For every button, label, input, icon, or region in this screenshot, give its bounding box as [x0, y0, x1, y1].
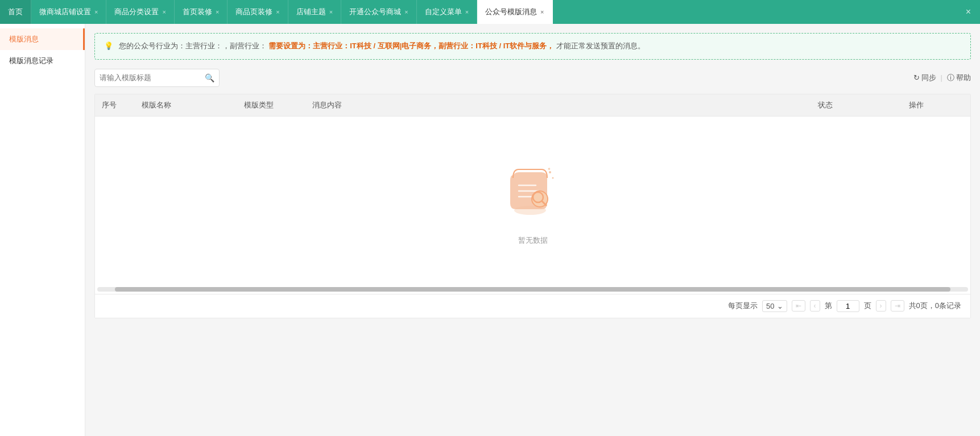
svg-point-8	[552, 177, 553, 178]
nav-tab-template-msg-close[interactable]: ×	[540, 9, 544, 15]
nav-tab-template-msg-label: 公众号模版消息	[485, 7, 537, 17]
table-header-col-3: 消息内容	[305, 94, 811, 116]
data-table: 序号 模版名称 模版类型 消息内容 状态 操作	[94, 94, 971, 318]
help-circle-icon: ⓘ	[947, 73, 954, 83]
content-area: 💡 您的公众号行业为：主营行业：，副营行业： 需要设置为：主营行业：IT科技 /…	[85, 24, 980, 436]
table-body: ✦ 暂无数据	[95, 117, 970, 287]
nav-tab-shop-settings[interactable]: 微商城店铺设置 ×	[31, 0, 106, 24]
nav-tab-custom-menu[interactable]: 自定义菜单 ×	[417, 0, 477, 24]
notice-highlight: 需要设置为：主营行业：IT科技 / 互联网|电子商务，副营行业：IT科技 / I…	[268, 41, 554, 50]
close-all-button[interactable]: ×	[957, 7, 980, 17]
table-header-col-0: 序号	[95, 94, 135, 116]
nav-tab-category-close[interactable]: ×	[162, 9, 166, 15]
search-input-wrap: 🔍	[94, 69, 220, 87]
sidebar: 模版消息 模版消息记录	[0, 24, 85, 436]
nav-tab-product-decor-close[interactable]: ×	[276, 9, 279, 15]
table-horizontal-scrollbar[interactable]	[97, 287, 968, 292]
table-header-col-2: 模版类型	[237, 94, 305, 116]
toolbar-divider: |	[941, 73, 942, 82]
first-page-button[interactable]: ⇤	[792, 300, 805, 312]
current-page-input[interactable]	[837, 300, 859, 312]
next-page-button[interactable]: ›	[876, 300, 886, 312]
sync-label: 同步	[921, 73, 936, 83]
nav-tab-template-msg[interactable]: 公众号模版消息 ×	[477, 0, 552, 24]
sidebar-item-template-msg-label: 模版消息	[9, 35, 39, 43]
sync-button[interactable]: ↻ 同步	[913, 73, 936, 83]
sync-icon: ↻	[913, 73, 920, 82]
nav-tab-home-label: 首页	[8, 7, 23, 17]
empty-state-text: 暂无数据	[518, 235, 548, 246]
nav-tab-product-decor-label: 商品页装修	[235, 7, 272, 17]
nav-tab-theme[interactable]: 店铺主题 ×	[288, 0, 341, 24]
nav-tab-home-decor-label: 首页装修	[183, 7, 212, 17]
table-header-col-5: 操作	[902, 94, 970, 116]
per-page-dropdown-icon: ⌄	[777, 302, 783, 310]
help-button[interactable]: ⓘ 帮助	[947, 73, 971, 83]
empty-state-illustration: ✦	[499, 158, 567, 226]
sidebar-item-template-msg-records-label: 模版消息记录	[9, 56, 53, 65]
nav-tab-shop-settings-close[interactable]: ×	[94, 9, 98, 15]
notice-box: 💡 您的公众号行业为：主营行业：，副营行业： 需要设置为：主营行业：IT科技 /…	[94, 33, 971, 60]
notice-icon: 💡	[104, 41, 113, 50]
last-page-button[interactable]: ⇥	[891, 300, 904, 312]
prev-page-button[interactable]: ‹	[810, 300, 820, 312]
table-header: 序号 模版名称 模版类型 消息内容 状态 操作	[95, 94, 970, 117]
toolbar-right: ↻ 同步 | ⓘ 帮助	[913, 73, 971, 83]
nav-tab-shop-settings-label: 微商城店铺设置	[39, 7, 91, 17]
per-page-select[interactable]: 50 ⌄	[762, 300, 787, 312]
nav-tab-category-label: 商品分类设置	[114, 7, 159, 17]
main-layout: 模版消息 模版消息记录 💡 您的公众号行业为：主营行业：，副营行业： 需要设置为…	[0, 24, 980, 436]
nav-tab-product-decor[interactable]: 商品页装修 ×	[228, 0, 288, 24]
scrollbar-thumb	[115, 287, 951, 292]
nav-tab-home-decor-close[interactable]: ×	[216, 9, 219, 15]
sidebar-item-template-msg[interactable]: 模版消息	[0, 28, 85, 50]
per-page-label: 每页显示	[728, 301, 758, 311]
page-suffix-label: 页	[864, 301, 871, 311]
notice-suffix: 才能正常发送预置的消息。	[556, 41, 645, 50]
nav-tab-open-mall[interactable]: 开通公众号商城 ×	[341, 0, 416, 24]
nav-tab-home[interactable]: 首页	[0, 0, 31, 24]
table-header-col-1: 模版名称	[135, 94, 237, 116]
pagination: 每页显示 50 ⌄ ⇤ ‹ 第 页 › ⇥ 共0页，0条记录	[95, 294, 970, 318]
nav-tab-theme-close[interactable]: ×	[329, 9, 333, 15]
nav-tab-custom-menu-label: 自定义菜单	[425, 7, 462, 17]
search-icon[interactable]: 🔍	[205, 73, 214, 82]
nav-tab-open-mall-close[interactable]: ×	[404, 9, 408, 15]
nav-tab-open-mall-label: 开通公众号商城	[349, 7, 401, 17]
per-page-value: 50	[766, 302, 774, 310]
nav-tab-custom-menu-close[interactable]: ×	[465, 9, 469, 15]
notice-prefix: 您的公众号行业为：主营行业：，副营行业：	[119, 41, 267, 50]
nav-tab-home-decor[interactable]: 首页装修 ×	[175, 0, 228, 24]
help-label: 帮助	[956, 73, 971, 83]
sidebar-item-template-msg-records[interactable]: 模版消息记录	[0, 50, 85, 72]
page-prefix-label: 第	[825, 301, 832, 311]
top-nav: 首页 微商城店铺设置 × 商品分类设置 × 首页装修 × 商品页装修 × 店铺主…	[0, 0, 980, 24]
search-input[interactable]	[100, 73, 205, 82]
table-header-col-4: 状态	[811, 94, 902, 116]
nav-tab-theme-label: 店铺主题	[296, 7, 326, 17]
total-info: 共0页，0条记录	[909, 301, 961, 311]
nav-tab-category[interactable]: 商品分类设置 ×	[106, 0, 174, 24]
search-bar: 🔍 ↻ 同步 | ⓘ 帮助	[94, 69, 971, 87]
svg-text:✦: ✦	[547, 167, 551, 172]
